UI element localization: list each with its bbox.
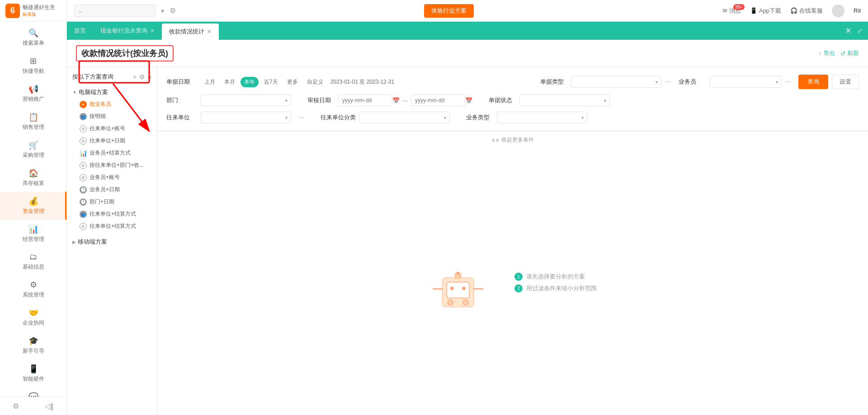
- scheme-item-partner-date[interactable]: ⊞ 往来单位+日期: [76, 135, 151, 147]
- breadcrumb-input[interactable]: [74, 5, 156, 17]
- sidebar-item-system[interactable]: ⚙ 系统管理: [0, 275, 66, 303]
- counterpart-more-btn[interactable]: ···: [298, 113, 304, 122]
- category-mobile-header[interactable]: ▶ 移动端方案: [72, 236, 151, 248]
- scheme-item-by-salesman[interactable]: ● 按业务员: [76, 98, 151, 110]
- date-btn-this-year[interactable]: 本年: [241, 77, 259, 87]
- export-icon: ↑: [819, 50, 822, 57]
- sidebar-item-inventory[interactable]: 🏠 库存核算: [0, 164, 66, 192]
- settings-footer-btn[interactable]: ⚙: [13, 402, 19, 410]
- audit-date-end[interactable]: [411, 94, 465, 106]
- date-btn-7days[interactable]: 近7天: [260, 77, 282, 87]
- online-service-link[interactable]: 🎧 在线客服: [790, 7, 823, 15]
- app-download-link[interactable]: 📱 App下载: [750, 7, 781, 15]
- empty-step-1: 1 请先选择要分析的方案: [514, 273, 597, 281]
- scheme-item-by-detail[interactable]: 👥 按明细: [76, 110, 151, 123]
- scheme-item-salesman-settlement[interactable]: 📊 业务员+结算方式: [76, 147, 151, 159]
- scheme-item-dept-date[interactable]: 🕐 部门+日期: [76, 196, 151, 208]
- tab-close-receivables[interactable]: ✕: [207, 28, 212, 35]
- query-button[interactable]: 查询: [798, 75, 828, 89]
- collapse-bar[interactable]: ∧∧ 收起更多条件: [157, 131, 868, 148]
- scheme-item-partner-dept[interactable]: ⊞ 按往来单位+部门+收...: [76, 159, 151, 171]
- close-window-btn[interactable]: ✕: [845, 26, 852, 36]
- sidebar-item-finance[interactable]: 💰 资金管理: [0, 192, 66, 220]
- record-type-select[interactable]: [571, 76, 661, 88]
- category-mobile-label: 移动端方案: [78, 238, 107, 246]
- tab-spacer: [219, 22, 840, 40]
- tab-close-bank-flow[interactable]: ✕: [150, 28, 155, 34]
- counterpart-select[interactable]: [201, 112, 291, 123]
- date-btn-last-month[interactable]: 上月: [201, 77, 219, 87]
- collapse-panel-btn[interactable]: «: [148, 73, 151, 80]
- counterpart-category-label: 往来单位分类: [321, 113, 356, 122]
- business-type-select[interactable]: [497, 112, 587, 123]
- message-icon: ✉: [722, 7, 727, 14]
- category-desktop-header[interactable]: ▼ 电脑端方案: [72, 86, 151, 98]
- scheme-icon-salesman: ●: [80, 101, 87, 108]
- guide-icon: 🎓: [28, 336, 38, 346]
- sidebar-item-search[interactable]: 🔍 搜索菜单: [0, 24, 66, 52]
- scheme-icon-dept-date: 🕐: [80, 198, 87, 206]
- tab-home[interactable]: 首页: [67, 22, 93, 40]
- sidebar-item-wechat[interactable]: 💬 企业微信: [0, 387, 66, 397]
- settings-button[interactable]: 设置: [832, 75, 859, 89]
- date-btn-this-month[interactable]: 本月: [221, 77, 239, 87]
- empty-illustration: [429, 255, 487, 314]
- sidebar-item-guide[interactable]: 🎓 新手引导: [0, 331, 66, 359]
- counterpart-category-select[interactable]: [359, 112, 450, 123]
- trial-button[interactable]: 体验行业方案: [424, 4, 474, 18]
- refresh-button[interactable]: ↺ 刷新: [840, 49, 859, 57]
- scheme-settings-btn[interactable]: ⚙: [139, 73, 145, 80]
- scheme-icon-salesman-date: 🕐: [80, 186, 87, 193]
- user-name[interactable]: Rit: [854, 7, 861, 14]
- export-button[interactable]: ↑ 导出: [819, 49, 835, 57]
- record-type-label: 单据类型: [540, 78, 567, 86]
- scheme-item-salesman-date[interactable]: 🕐 业务员+日期: [76, 184, 151, 196]
- sidebar-item-hardware[interactable]: 📱 智能硬件: [0, 359, 66, 387]
- scheme-item-partner-account[interactable]: ⊞ 往来单位+账号: [76, 123, 151, 135]
- tab-bank-flow[interactable]: 现金银行流水查询 ✕: [93, 22, 162, 40]
- sidebar-item-sales[interactable]: 📋 销售管理: [0, 108, 66, 136]
- audit-date-start[interactable]: [338, 94, 392, 106]
- sidebar-item-quicknav[interactable]: ⊞ 快捷导航: [0, 52, 66, 80]
- record-type-more-btn[interactable]: ···: [665, 78, 671, 86]
- empty-steps-list: 1 请先选择要分析的方案 2 用过滤条件来缩小分析范围: [514, 273, 597, 292]
- dept-select[interactable]: [201, 94, 291, 106]
- sidebar-item-purchase[interactable]: 🛒 采购管理: [0, 136, 66, 164]
- maximize-window-btn[interactable]: ⤢: [857, 27, 863, 34]
- user-avatar[interactable]: [832, 5, 844, 17]
- sidebar-item-collab[interactable]: 🤝 企业协同: [0, 303, 66, 331]
- scheme-category-desktop: ▼ 电脑端方案 ● 按业务员 👥 按明细: [67, 85, 157, 234]
- filter-row-1: 单据日期 上月 本月 本年 近7天 更多 自定义 2023-01-01 至 20…: [166, 75, 859, 89]
- collapse-sidebar-btn[interactable]: ◁‖: [45, 402, 54, 410]
- sidebar-item-basic-info[interactable]: 🗂 基础信息: [0, 248, 66, 275]
- top-bar-left: ▾ ⚙: [74, 5, 176, 17]
- topbar-gear-icon[interactable]: ⚙: [170, 6, 176, 15]
- tab-receivables[interactable]: 收款情况统计 ✕: [162, 24, 219, 40]
- robot-svg: [429, 255, 487, 314]
- system-icon: ⚙: [30, 280, 37, 290]
- salesman-select-wrapper: [709, 76, 782, 88]
- collapse-icon: ∧∧: [491, 137, 500, 143]
- app-icon: 📱: [750, 7, 757, 14]
- add-scheme-btn[interactable]: +: [133, 73, 137, 80]
- message-notification[interactable]: ✉ 消息 99+: [722, 7, 741, 15]
- tab-bar: 首页 现金银行流水查询 ✕ 收款情况统计 ✕ ✕ ⤢: [67, 22, 868, 40]
- date-btn-custom[interactable]: 自定义: [303, 77, 327, 87]
- record-status-group: 单据状态: [489, 94, 610, 106]
- scheme-item-salesman-account[interactable]: ⊞ 业务员+账号: [76, 171, 151, 184]
- date-btn-more[interactable]: 更多: [283, 77, 302, 87]
- business-type-label: 业务类型: [466, 113, 493, 122]
- sidebar-item-marketing[interactable]: 📢 营销推广: [0, 80, 66, 108]
- scheme-item-partner-settlement1[interactable]: 👥 往来单位+结算方式: [76, 208, 151, 220]
- right-content: 单据日期 上月 本月 本年 近7天 更多 自定义 2023-01-01 至 20…: [157, 67, 868, 415]
- audit-date-input-group: 📅 — 📅: [338, 94, 472, 106]
- audit-date-group: 审核日期 📅 — 📅: [307, 94, 472, 106]
- filter-section: 单据日期 上月 本月 本年 近7天 更多 自定义 2023-01-01 至 20…: [157, 67, 868, 131]
- salesman-select[interactable]: [709, 76, 782, 88]
- scheme-item-partner-settlement2[interactable]: ⊞ 往来单位+结算方式: [76, 220, 151, 232]
- record-status-select[interactable]: [519, 94, 610, 106]
- purchase-icon: 🛒: [28, 140, 38, 150]
- salesman-more-btn[interactable]: ···: [785, 78, 791, 86]
- topbar-dropdown-icon[interactable]: ▾: [161, 7, 164, 14]
- sidebar-item-operations[interactable]: 📊 经营管理: [0, 220, 66, 248]
